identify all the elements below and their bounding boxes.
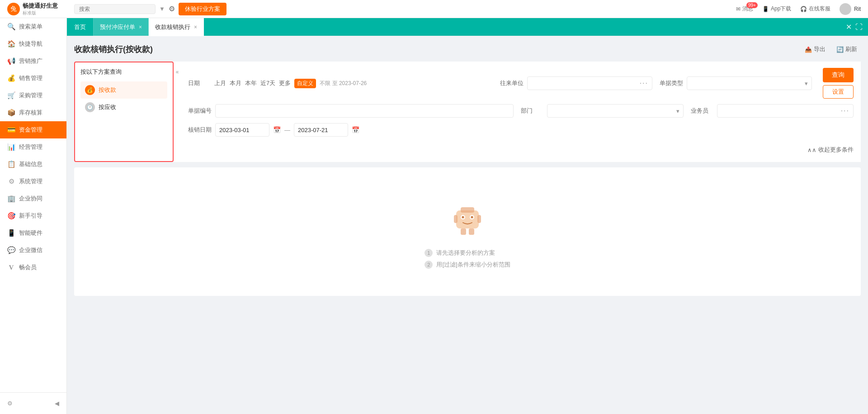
dept-dropdown-arrow: ▾ bbox=[676, 108, 679, 114]
empty-tip-2: 2 用[过滤]条件来缩小分析范围 bbox=[425, 261, 510, 269]
form-row-2: 单据编号 部门 ▾ 业务员 bbox=[188, 104, 854, 118]
query-btn[interactable]: 查询 bbox=[823, 68, 854, 82]
counterpart-ellipsis[interactable]: ··· bbox=[640, 79, 648, 87]
svg-rect-6 bbox=[454, 215, 458, 223]
search-input[interactable] bbox=[74, 4, 156, 14]
field-date: 日期 上月 本月 本年 近7天 更多 自定义 不限 至 bbox=[188, 79, 493, 88]
sidebar-item-vip[interactable]: V 畅会员 bbox=[0, 259, 66, 276]
counterpart-label: 往来单位 bbox=[500, 79, 524, 87]
date-custom[interactable]: 自定义 bbox=[294, 79, 316, 88]
calendar-start-icon[interactable]: 📅 bbox=[273, 126, 281, 133]
main-layout: 🔍 搜索菜单 🏠 快捷导航 📢 营销推广 💰 销售管理 🛒 采购管理 📦 库存核… bbox=[0, 18, 868, 414]
doc-type-label: 单据类型 bbox=[660, 79, 683, 87]
setting-btn[interactable]: 设置 bbox=[823, 85, 854, 99]
refresh-btn[interactable]: 🔄 刷新 bbox=[833, 43, 861, 55]
svg-rect-9 bbox=[469, 228, 474, 235]
sidebar-item-shortcut[interactable]: 🏠 快捷导航 bbox=[0, 35, 66, 52]
counterpart-select[interactable]: ··· bbox=[527, 76, 652, 90]
filter-option-receivable[interactable]: 🕐 按应收 bbox=[80, 99, 167, 116]
sidebar-item-purchase[interactable]: 🛒 采购管理 bbox=[0, 87, 66, 104]
app-download-btn[interactable]: 📱 App下载 bbox=[762, 5, 791, 13]
user-info: Rit bbox=[840, 3, 861, 15]
sidebar-item-search[interactable]: 🔍 搜索菜单 bbox=[0, 18, 66, 35]
staff-ellipsis[interactable]: ··· bbox=[841, 107, 849, 115]
staff-select[interactable]: ··· bbox=[717, 104, 854, 118]
tab-close-prepay[interactable]: × bbox=[139, 24, 142, 30]
sidebar-label: 搜索菜单 bbox=[19, 23, 42, 31]
doc-no-input[interactable] bbox=[215, 104, 514, 118]
sidebar-item-sales[interactable]: 💰 销售管理 bbox=[0, 70, 66, 87]
marketing-icon: 📢 bbox=[7, 57, 15, 65]
verify-date-start[interactable] bbox=[215, 123, 269, 137]
sidebar-label: 采购管理 bbox=[19, 91, 42, 100]
tab-home[interactable]: 首页 bbox=[67, 18, 94, 36]
sidebar-item-guide[interactable]: 🎯 新手引导 bbox=[0, 207, 66, 224]
sidebar-item-basic[interactable]: 📋 基础信息 bbox=[0, 156, 66, 173]
enterprise-icon: 🏢 bbox=[7, 195, 15, 203]
export-btn[interactable]: 📤 导出 bbox=[801, 43, 829, 55]
tab-close-receivable[interactable]: × bbox=[194, 24, 197, 30]
page-title: 收款核销执行(按收款) bbox=[74, 44, 153, 55]
sidebar-label: 基础信息 bbox=[19, 160, 42, 168]
app-logo: 兔 畅捷通好生意 标准版 bbox=[7, 2, 71, 16]
svg-point-4 bbox=[462, 216, 464, 219]
tip-num-1: 1 bbox=[425, 249, 433, 257]
date-this-year[interactable]: 本年 bbox=[245, 79, 257, 87]
filter-panel: 按以下方案查询 💰 按收款 🕐 按应收 bbox=[74, 62, 174, 162]
sidebar-label: 企业协同 bbox=[19, 195, 42, 203]
sidebar-item-system[interactable]: ⚙ 系统管理 bbox=[0, 173, 66, 190]
date-label: 日期 bbox=[188, 79, 211, 87]
collapse-filter-btn[interactable]: « bbox=[174, 69, 181, 75]
sidebar-item-hardware[interactable]: 📱 智能硬件 bbox=[0, 224, 66, 242]
collapse-conditions-btn[interactable]: ∧∧ 收起更多条件 bbox=[807, 144, 854, 156]
empty-tips: 1 请先选择要分析的方案 2 用[过滤]条件来缩小分析范围 bbox=[425, 249, 510, 269]
empty-illustration bbox=[445, 195, 490, 240]
field-counterpart: 往来单位 ··· bbox=[500, 76, 652, 90]
date-more[interactable]: 更多 bbox=[279, 79, 291, 87]
sidebar-item-operation[interactable]: 📊 经营管理 bbox=[0, 138, 66, 156]
sidebar: 🔍 搜索菜单 🏠 快捷导航 📢 营销推广 💰 销售管理 🛒 采购管理 📦 库存核… bbox=[0, 18, 67, 414]
date-last-month[interactable]: 上月 bbox=[214, 79, 226, 87]
sidebar-item-inventory[interactable]: 📦 库存核算 bbox=[0, 104, 66, 121]
receipt-icon: 💰 bbox=[85, 85, 95, 95]
svg-rect-7 bbox=[477, 215, 481, 223]
top-actions: ✉ 消息 99+ 📱 App下载 🎧 在线客服 Rit bbox=[736, 3, 861, 15]
gear-icon[interactable]: ⚙ bbox=[169, 5, 175, 13]
collapse-icon[interactable]: ◀ bbox=[55, 400, 59, 407]
export-icon: 📤 bbox=[805, 46, 812, 53]
finance-icon: 💳 bbox=[7, 126, 15, 134]
sidebar-label: 库存核算 bbox=[19, 109, 42, 117]
tip-text-2: 用[过滤]条件来缩小分析范围 bbox=[436, 261, 510, 269]
industry-btn[interactable]: 休验行业方案 bbox=[179, 3, 226, 15]
app-name: 畅捷通好生意 bbox=[23, 2, 58, 10]
sidebar-item-marketing[interactable]: 📢 营销推广 bbox=[0, 52, 66, 70]
department-select[interactable]: ▾ bbox=[547, 104, 684, 118]
date-shortcuts: 上月 本月 本年 近7天 更多 自定义 bbox=[214, 79, 316, 88]
expand-btn[interactable]: ⛶ bbox=[855, 23, 863, 31]
sidebar-label: 系统管理 bbox=[19, 177, 42, 186]
dropdown-icon[interactable]: ▼ bbox=[159, 5, 165, 12]
tab-prepay[interactable]: 预付冲应付单 × bbox=[94, 18, 149, 36]
search-icon: 🔍 bbox=[7, 23, 15, 31]
sidebar-settings-btn[interactable]: ⚙ ◀ bbox=[0, 396, 66, 410]
sidebar-label: 企业微信 bbox=[19, 246, 42, 254]
verify-date-end[interactable] bbox=[294, 123, 348, 137]
sidebar-bottom: ⚙ ◀ bbox=[0, 392, 66, 414]
tab-bar-actions: ✕ ⛶ bbox=[846, 23, 868, 31]
date-this-month[interactable]: 本月 bbox=[230, 79, 241, 87]
sidebar-item-finance[interactable]: 💳 资金管理 bbox=[0, 121, 66, 138]
filter-option-receipt[interactable]: 💰 按收款 bbox=[80, 81, 167, 99]
message-btn[interactable]: ✉ 消息 99+ bbox=[736, 5, 753, 13]
tab-receivable[interactable]: 收款核销执行 × bbox=[149, 18, 204, 36]
doc-type-select[interactable]: ▾ bbox=[687, 76, 812, 90]
calendar-end-icon[interactable]: 📅 bbox=[352, 126, 359, 133]
filter-option-label: 按收款 bbox=[99, 86, 116, 94]
sidebar-item-wechat[interactable]: 💬 企业微信 bbox=[0, 242, 66, 259]
svg-rect-8 bbox=[461, 228, 466, 235]
close-window-btn[interactable]: ✕ bbox=[846, 23, 852, 31]
download-icon: 📱 bbox=[762, 6, 769, 12]
online-service-btn[interactable]: 🎧 在线客服 bbox=[800, 5, 830, 13]
sidebar-item-enterprise[interactable]: 🏢 企业协同 bbox=[0, 190, 66, 207]
collapse-up-icon: ∧∧ bbox=[807, 147, 816, 153]
date-7days[interactable]: 近7天 bbox=[260, 79, 275, 87]
